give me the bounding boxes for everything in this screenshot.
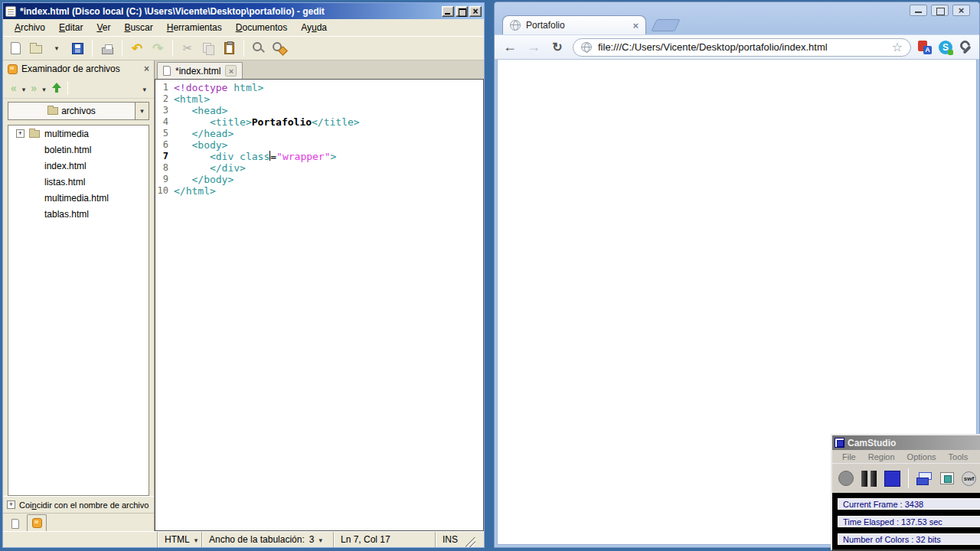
paste-button[interactable] — [221, 41, 237, 56]
wrench-menu-icon[interactable] — [959, 41, 972, 54]
tree-item-tablas-html[interactable]: tablas.html — [8, 206, 149, 222]
location-combo[interactable]: archivos — [8, 102, 149, 120]
gedit-titlebar[interactable]: *index.html (Disco local (C:) \Users\Vic… — [3, 3, 484, 19]
parent-folder-icon[interactable] — [51, 83, 62, 93]
code-segment: <title> — [210, 116, 252, 128]
globe-icon — [581, 42, 592, 52]
tab-width-dropdown[interactable]: Ancho de la tabulación: 3 — [201, 532, 333, 547]
maximize-button[interactable] — [456, 6, 468, 17]
menu-tools[interactable]: Tools — [942, 452, 975, 461]
minimize-button[interactable] — [442, 6, 454, 17]
editor-tab[interactable]: *index.html × — [157, 62, 243, 79]
redo-button[interactable] — [150, 41, 165, 56]
menu-ayuda[interactable]: Ayuda — [294, 20, 334, 35]
menu-documentos[interactable]: Documentos — [229, 20, 294, 35]
code-line-7[interactable]: 7 <div class="wrapper"> — [155, 151, 483, 162]
tree-item-index-html[interactable]: index.html — [8, 158, 149, 174]
cut-button[interactable] — [180, 41, 195, 56]
code-line-4[interactable]: 4 <title>Portafolio</title> — [155, 116, 483, 128]
tree-item-listas-html[interactable]: listas.html — [8, 174, 149, 190]
code-line-1[interactable]: 1<!doctype html> — [155, 82, 483, 93]
reload-button[interactable] — [549, 40, 566, 54]
region-icon[interactable] — [916, 472, 933, 485]
history-forward-icon[interactable]: » — [31, 83, 37, 93]
forward-button[interactable] — [525, 39, 542, 55]
tab-file-browser[interactable] — [27, 514, 47, 531]
history-back-icon[interactable]: « — [11, 83, 17, 93]
copy-button[interactable] — [201, 41, 216, 56]
code-editor[interactable]: 1<!doctype html>2<html>3 <head>4 <title>… — [155, 79, 484, 531]
code-line-8[interactable]: 8 </div> — [155, 162, 483, 174]
code-segment: </head> — [191, 128, 234, 139]
camstudio-window: CamStudio FileRegionOptionsToolsView swf… — [831, 434, 980, 551]
back-button[interactable] — [501, 39, 518, 55]
find-button[interactable] — [251, 41, 266, 56]
camstudio-titlebar[interactable]: CamStudio — [832, 435, 980, 450]
pause-button[interactable] — [861, 471, 877, 487]
record-button[interactable] — [838, 471, 854, 486]
new-document-button[interactable] — [8, 41, 23, 56]
new-document-icon — [11, 42, 21, 54]
filename-filter-expander[interactable]: + Coincidir con el nombre de archivo — [3, 496, 154, 513]
code-line-6[interactable]: 6 <body> — [155, 139, 483, 151]
code-line-3[interactable]: 3 <head> — [155, 105, 483, 116]
annotation-icon[interactable] — [940, 472, 954, 484]
code-line-10[interactable]: 10</html> — [155, 185, 483, 197]
menu-options[interactable]: Options — [901, 452, 942, 461]
code-line-2[interactable]: 2<html> — [155, 93, 483, 105]
tree-item-label: index.html — [44, 161, 87, 171]
menu-editar[interactable]: Editar — [52, 20, 90, 35]
history-forward-dropdown[interactable] — [42, 81, 46, 95]
history-back-dropdown[interactable] — [22, 81, 26, 95]
panel-close-icon[interactable]: × — [144, 64, 149, 74]
resize-grip[interactable] — [466, 537, 475, 547]
minimize-button[interactable] — [910, 5, 927, 16]
menu-herramientas[interactable]: Herramientas — [160, 20, 229, 35]
save-button[interactable] — [70, 41, 85, 56]
tab-documents[interactable] — [5, 516, 25, 531]
undo-button[interactable] — [129, 41, 145, 56]
menu-buscar[interactable]: Buscar — [117, 20, 159, 35]
line-number: 5 — [155, 128, 174, 139]
open-dropdown-button[interactable] — [49, 41, 64, 56]
print-button[interactable] — [100, 41, 115, 56]
paste-icon — [224, 42, 234, 54]
replace-button[interactable] — [272, 41, 287, 56]
tree-item-multimedia[interactable]: +multimedia — [8, 126, 149, 142]
close-button[interactable] — [952, 5, 970, 16]
code-segment: <body> — [191, 139, 227, 151]
close-button[interactable] — [469, 6, 482, 17]
maximize-button[interactable] — [931, 5, 949, 16]
code-line-5[interactable]: 5 </head> — [155, 128, 483, 139]
expander-icon[interactable]: + — [16, 129, 24, 138]
menu-view[interactable]: View — [974, 452, 980, 461]
menu-file[interactable]: File — [836, 452, 862, 461]
skype-extension-icon[interactable]: S — [939, 41, 952, 54]
tree-item-label: tablas.html — [44, 209, 89, 220]
swf-producer-icon[interactable]: swf — [962, 471, 976, 486]
code-segment — [174, 174, 191, 185]
stat-time-elasped: Time Elasped : 137.53 sec — [838, 516, 980, 527]
tree-item-multimedia-html[interactable]: multimedia.html — [8, 190, 149, 206]
menu-region[interactable]: Region — [862, 452, 901, 461]
tree-item-boletin-html[interactable]: boletin.html — [8, 142, 149, 158]
menu-ver[interactable]: Ver — [90, 20, 117, 35]
panel-options-dropdown[interactable] — [142, 81, 146, 95]
language-mode-dropdown[interactable]: HTML — [157, 532, 201, 547]
folder-icon — [47, 107, 58, 115]
tab-close-icon[interactable]: × — [225, 65, 237, 77]
location-dropdown-button[interactable] — [135, 103, 149, 119]
bookmark-star-icon[interactable] — [892, 40, 903, 54]
code-line-9[interactable]: 9 </body> — [155, 174, 483, 185]
gedit-app-icon — [5, 6, 16, 17]
new-tab-button[interactable] — [651, 19, 680, 31]
expander-icon[interactable]: + — [7, 500, 15, 509]
browser-tab[interactable]: Portafolio × — [502, 15, 646, 34]
open-button[interactable] — [28, 41, 44, 56]
menu-archivo[interactable]: Archivo — [8, 20, 52, 35]
address-bar[interactable]: file:///C:/Users/Vicente/Desktop/portafo… — [573, 38, 911, 57]
stop-button[interactable] — [884, 471, 900, 487]
gedit-window-title: *index.html (Disco local (C:) \Users\Vic… — [20, 6, 438, 17]
tab-close-icon[interactable]: × — [632, 20, 639, 31]
translate-extension-icon[interactable] — [918, 41, 932, 54]
